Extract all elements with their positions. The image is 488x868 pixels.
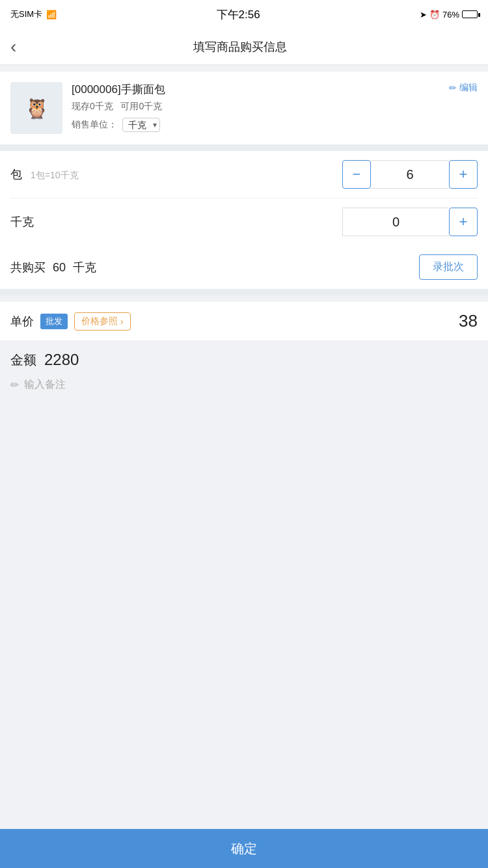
confirm-button[interactable]: 确定	[0, 829, 488, 868]
product-unit-row: 销售单位： 千克	[72, 118, 478, 132]
wifi-icon: 📶	[46, 10, 57, 20]
product-owl-icon: 🦉	[25, 97, 49, 120]
input-section: 包 1包=10千克 − + 千克 +	[0, 151, 488, 245]
kg-label: 千克	[10, 214, 342, 230]
alarm-icon: ⏰	[429, 10, 440, 20]
pencil-icon: ✏	[10, 379, 19, 391]
empty-space	[0, 398, 488, 658]
total-section: 共购买 60 千克 录批次	[0, 245, 488, 289]
product-image: 🦉	[10, 82, 62, 134]
amount-row: 金额 2280	[10, 351, 478, 369]
bao-qty-input[interactable]	[371, 160, 449, 189]
total-text: 共购买 60 千克	[10, 260, 96, 275]
note-placeholder: 输入备注	[24, 378, 66, 392]
note-row[interactable]: ✏ 输入备注	[10, 378, 478, 392]
amount-value: 2280	[44, 351, 79, 369]
price-label: 单价	[10, 314, 34, 329]
nav-bar: ‹ 填写商品购买信息	[0, 29, 488, 65]
product-name: [0000006]手撕面包	[72, 82, 478, 97]
kg-plus-button[interactable]: +	[449, 208, 478, 236]
kg-row: 千克 +	[10, 198, 478, 245]
back-button[interactable]: ‹	[10, 36, 16, 57]
bao-minus-button[interactable]: −	[342, 160, 371, 189]
bao-label: 包 1包=10千克	[10, 167, 342, 182]
separator-2	[0, 289, 488, 295]
confirm-button-wrap: 确定	[0, 829, 488, 868]
page-title: 填写商品购买信息	[27, 39, 453, 55]
status-right: ➤ ⏰ 76%	[420, 10, 478, 20]
edit-button[interactable]: ✏ 编辑	[449, 82, 478, 94]
product-info: [0000006]手撕面包 现存0千克 可用0千克 销售单位： 千克	[72, 82, 478, 132]
kg-qty-control: +	[342, 208, 478, 236]
status-time: 下午2:56	[217, 7, 260, 22]
amount-section: 金额 2280 ✏ 输入备注	[0, 340, 488, 398]
battery-icon	[462, 10, 478, 18]
price-ref-button[interactable]: 价格参照 ›	[74, 312, 131, 331]
unit-select-wrap[interactable]: 千克	[122, 118, 160, 132]
battery-percent: 76%	[442, 10, 459, 20]
product-card: 🦉 [0000006]手撕面包 现存0千克 可用0千克 销售单位： 千克 ✏ 编…	[0, 72, 488, 144]
unit-select[interactable]: 千克	[122, 118, 160, 132]
carrier-text: 无SIM卡	[10, 8, 42, 20]
edit-icon: ✏	[449, 83, 457, 93]
status-bar: 无SIM卡 📶 下午2:56 ➤ ⏰ 76%	[0, 0, 488, 29]
price-section: 单价 批发 价格参照 › 38	[0, 302, 488, 340]
kg-qty-input[interactable]	[342, 208, 449, 236]
bao-plus-button[interactable]: +	[449, 160, 478, 189]
product-stock: 现存0千克 可用0千克	[72, 101, 478, 113]
price-value: 38	[459, 311, 478, 331]
location-icon: ➤	[420, 10, 427, 20]
bao-row: 包 1包=10千克 − +	[10, 151, 478, 198]
amount-label: 金额	[10, 351, 36, 369]
separator-1	[0, 144, 488, 151]
price-tag-batch: 批发	[40, 314, 68, 329]
bao-qty-control: − +	[342, 160, 478, 189]
status-left: 无SIM卡 📶	[10, 8, 57, 20]
batch-button[interactable]: 录批次	[419, 254, 478, 280]
